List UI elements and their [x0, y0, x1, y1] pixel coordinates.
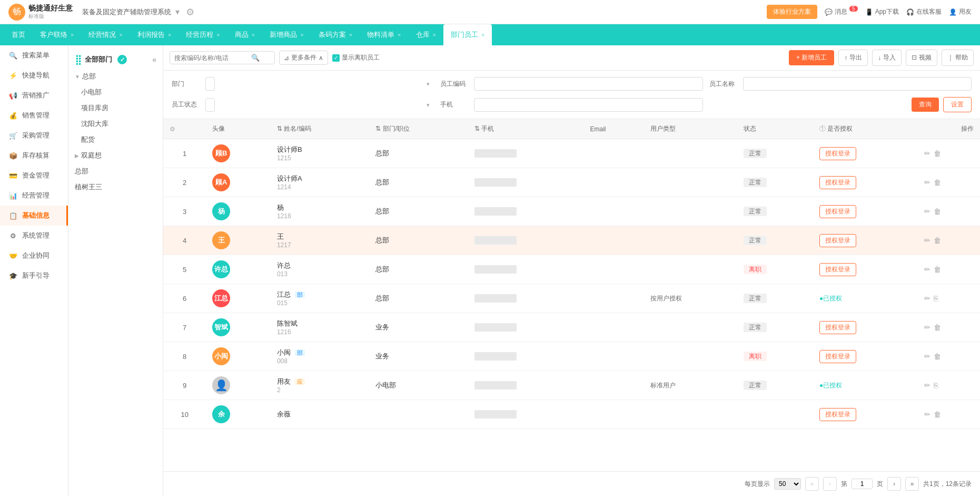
settings-icon[interactable]: ⚙: [186, 6, 194, 18]
auth-btn[interactable]: 授权登录: [819, 147, 856, 160]
next-page-btn[interactable]: ›: [887, 477, 901, 491]
set-btn[interactable]: 设置: [943, 97, 972, 112]
edit-icon[interactable]: ✏: [924, 178, 930, 187]
help-btn[interactable]: ｜ 帮助: [942, 50, 974, 66]
experience-btn[interactable]: 体验行业方案: [767, 5, 817, 19]
export-icon: ↑: [844, 54, 847, 62]
sidebar-item-purchase[interactable]: 🛒 采购管理: [0, 125, 68, 145]
row-status: 正常: [737, 371, 813, 400]
edit-icon[interactable]: ✏: [924, 352, 930, 361]
tree-node-general[interactable]: ▼ 总部: [68, 69, 163, 84]
row-email: [583, 255, 644, 284]
nav-item-ops[interactable]: 经营情况 ×: [81, 24, 130, 45]
app-download-btn[interactable]: 📱 App下载: [865, 7, 899, 16]
last-page-btn[interactable]: »: [905, 477, 919, 491]
row-avatar: 顾B: [206, 139, 271, 168]
dept-select[interactable]: [205, 77, 215, 91]
delete-icon[interactable]: 🗑: [934, 207, 941, 216]
nav-item-journey[interactable]: 经营历程 ×: [179, 24, 227, 45]
filter-empcode-row: 员工编码: [440, 77, 702, 91]
auth-btn[interactable]: 授权登录: [819, 205, 856, 218]
tree-node-xiaodian[interactable]: 小电部: [68, 84, 163, 100]
sidebar-item-operation[interactable]: 📊 经营管理: [0, 186, 68, 206]
delete-icon[interactable]: 🗑: [934, 352, 941, 361]
col-usertype: 用户类型: [644, 119, 738, 139]
prev-page-btn[interactable]: ‹: [823, 477, 837, 491]
nav-item-home[interactable]: 首页: [4, 24, 33, 45]
tree-collapse-btn[interactable]: «: [152, 55, 156, 64]
sidebar-item-basic[interactable]: 📋 基础信息: [0, 206, 68, 226]
edit-icon[interactable]: ✏: [924, 265, 930, 274]
sidebar-item-collab[interactable]: 🤝 企业协同: [0, 246, 68, 266]
delete-icon[interactable]: 🗑: [934, 323, 941, 332]
nav-item-employee[interactable]: 部门员工 ×: [443, 24, 492, 45]
copy-icon[interactable]: ⎘: [934, 294, 938, 303]
delete-icon[interactable]: 🗑: [934, 265, 941, 274]
copy-icon[interactable]: ⎘: [934, 381, 938, 390]
edit-icon[interactable]: ✏: [924, 381, 930, 390]
delete-icon[interactable]: 🗑: [934, 149, 941, 158]
status-select[interactable]: [205, 98, 215, 112]
tree-node-project[interactable]: 项目库房: [68, 100, 163, 116]
sidebar-item-quicknav[interactable]: ⚡ 快捷导航: [0, 65, 68, 85]
show-resign-checkbox[interactable]: ✓ 显示离职员工: [332, 53, 380, 62]
sidebar-item-marketing[interactable]: 📢 营销推广: [0, 85, 68, 105]
sidebar-item-sales[interactable]: 💰 销售管理: [0, 105, 68, 125]
tree-node-shuangting[interactable]: ▶ 双庭想: [68, 148, 163, 163]
sidebar-item-search[interactable]: 🔍 搜索菜单: [0, 45, 68, 65]
delete-icon[interactable]: 🗑: [934, 178, 941, 187]
search-input[interactable]: [174, 54, 248, 62]
edit-icon[interactable]: ✏: [924, 236, 930, 245]
auth-btn[interactable]: 授权登录: [819, 408, 856, 421]
tree-node-zongbu[interactable]: 总部: [68, 163, 163, 179]
edit-icon[interactable]: ✏: [924, 207, 930, 216]
nav-item-bom[interactable]: 物料清单 ×: [360, 24, 408, 45]
tree-node-zhishu[interactable]: 植树王三: [68, 179, 163, 195]
auth-btn[interactable]: 授权登录: [819, 350, 856, 363]
search-btn[interactable]: 查询: [912, 98, 939, 112]
page-suffix: 页: [877, 480, 883, 489]
sidebar-item-guide[interactable]: 🎓 新手引导: [0, 266, 68, 286]
nav-item-barcode[interactable]: 条码方案 ×: [311, 24, 360, 45]
add-employee-btn[interactable]: + 新增员工: [789, 50, 834, 65]
delete-icon[interactable]: 🗑: [934, 236, 941, 245]
edit-icon[interactable]: ✏: [924, 294, 930, 303]
import-btn[interactable]: ↓ 导入: [872, 50, 902, 66]
dept-tree-title: 全部部门: [85, 55, 112, 64]
edit-icon[interactable]: ✏: [924, 149, 930, 158]
tree-node-peihuo[interactable]: 配货: [68, 132, 163, 148]
auth-btn[interactable]: 授权登录: [819, 234, 856, 247]
edit-icon[interactable]: ✏: [924, 323, 930, 332]
user-avatar[interactable]: 👤 用友: [949, 7, 972, 16]
auth-btn[interactable]: 授权登录: [819, 321, 856, 334]
row-dept: 总部: [369, 284, 468, 313]
auth-btn[interactable]: 授权登录: [819, 176, 856, 189]
view-btn[interactable]: ⊡ 视频: [906, 50, 937, 66]
nav-item-goods[interactable]: 商品 ×: [227, 24, 262, 45]
export-btn[interactable]: ↑ 导出: [838, 50, 868, 66]
empname-input[interactable]: [743, 77, 972, 91]
sidebar-item-finance[interactable]: 💳 资金管理: [0, 166, 68, 186]
row-email: [583, 342, 644, 371]
empcode-input[interactable]: [474, 77, 702, 91]
nav-item-customer[interactable]: 客户联络 ×: [33, 24, 81, 45]
online-service-btn[interactable]: 🎧 在线客服: [906, 7, 942, 16]
delete-icon[interactable]: 🗑: [934, 410, 941, 419]
edit-icon[interactable]: ✏: [924, 410, 930, 419]
more-filter-btn[interactable]: ⊿ 更多条件 ∧: [279, 51, 328, 65]
sidebar-item-system[interactable]: ⚙ 系统管理: [0, 226, 68, 246]
nav-item-profit[interactable]: 利润报告 ×: [130, 24, 179, 45]
per-page-select[interactable]: 50 20 100: [774, 478, 801, 490]
nav-item-warehouse[interactable]: 仓库 ×: [409, 24, 443, 45]
tree-node-shenyang[interactable]: 沈阳大库: [68, 116, 163, 132]
page-input[interactable]: [852, 479, 873, 489]
message-btn[interactable]: 💬 消息5: [825, 7, 858, 16]
sidebar-item-inventory[interactable]: 📦 库存核算: [0, 145, 68, 166]
first-page-btn[interactable]: «: [805, 477, 819, 491]
phone-input[interactable]: [474, 98, 702, 112]
auth-btn[interactable]: 授权登录: [819, 263, 856, 276]
row-num: 2: [163, 168, 206, 197]
row-phone: [468, 255, 584, 284]
system-dropdown-icon[interactable]: ▾: [175, 7, 180, 17]
nav-item-addgoods[interactable]: 新增商品 ×: [262, 24, 311, 45]
